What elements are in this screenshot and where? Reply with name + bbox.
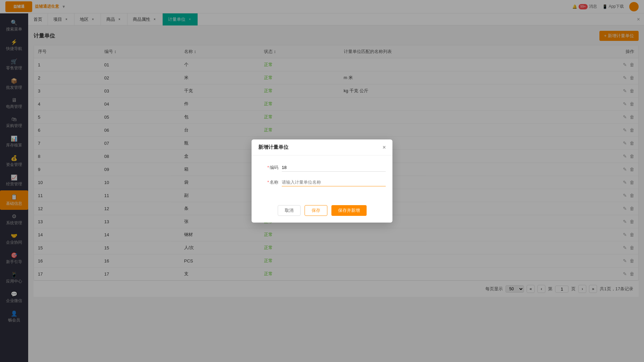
code-label: *编码: [258, 165, 278, 171]
modal-close-btn[interactable]: ×: [383, 144, 386, 150]
modal-overlay[interactable]: 新增计量单位 × *编码 *名称 取消 保存 保存并新增: [0, 0, 644, 362]
name-input[interactable]: [282, 178, 386, 186]
required-mark-name: *: [267, 180, 269, 185]
save-and-new-button[interactable]: 保存并新增: [331, 205, 367, 216]
required-mark: *: [267, 165, 269, 170]
modal-header: 新增计量单位 ×: [252, 139, 392, 156]
form-row-name: *名称: [258, 178, 386, 186]
name-label: *名称: [258, 179, 278, 185]
code-input[interactable]: [282, 164, 386, 172]
cancel-button[interactable]: 取消: [278, 205, 301, 216]
add-unit-modal: 新增计量单位 × *编码 *名称 取消 保存 保存并新增: [252, 139, 392, 223]
modal-title: 新增计量单位: [258, 144, 288, 150]
modal-body: *编码 *名称: [252, 156, 392, 201]
save-button[interactable]: 保存: [305, 205, 327, 216]
modal-footer: 取消 保存 保存并新增: [252, 201, 392, 223]
form-row-code: *编码: [258, 164, 386, 172]
